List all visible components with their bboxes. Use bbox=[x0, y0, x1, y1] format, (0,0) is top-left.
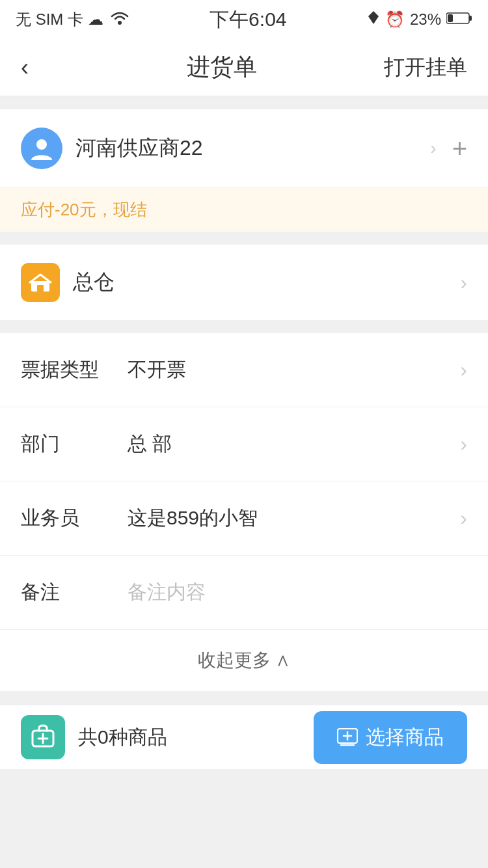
svg-point-0 bbox=[118, 21, 122, 25]
battery-icon bbox=[446, 10, 472, 29]
svg-point-4 bbox=[36, 139, 47, 150]
collapse-label: 收起更多 ∧ bbox=[198, 650, 291, 670]
svg-rect-3 bbox=[448, 14, 453, 22]
collapse-button[interactable]: 收起更多 ∧ bbox=[0, 629, 488, 691]
location-icon bbox=[367, 10, 380, 29]
sim-text: 无 SIM 卡 ☁ bbox=[16, 9, 103, 30]
product-count-text: 共0种商品 bbox=[78, 724, 314, 751]
bottom-bar: 共0种商品 选择商品 bbox=[0, 704, 488, 769]
department-value: 总 部 bbox=[112, 431, 460, 457]
alarm-icon: ⏰ bbox=[385, 10, 405, 29]
department-row[interactable]: 部门 总 部 › bbox=[0, 407, 488, 481]
supplier-row[interactable]: 河南供应商22 › + bbox=[0, 109, 488, 188]
notice-text: 应付-20元，现结 bbox=[21, 200, 147, 219]
remark-row[interactable]: 备注 备注内容 bbox=[0, 555, 488, 629]
warehouse-row[interactable]: 总仓 › bbox=[0, 245, 488, 320]
svg-rect-6 bbox=[37, 285, 44, 292]
invoice-type-chevron-icon: › bbox=[460, 358, 467, 382]
add-supplier-button[interactable]: + bbox=[452, 135, 467, 161]
wifi-icon bbox=[110, 10, 129, 29]
supplier-chevron-icon: › bbox=[430, 138, 436, 159]
salesperson-label: 业务员 bbox=[21, 505, 112, 532]
invoice-type-value: 不开票 bbox=[112, 357, 460, 383]
select-product-button[interactable]: 选择商品 bbox=[314, 711, 467, 764]
department-chevron-icon: › bbox=[460, 432, 467, 456]
status-right: ⏰ 23% bbox=[367, 10, 472, 29]
salesperson-row[interactable]: 业务员 这是859的小智 › bbox=[0, 481, 488, 555]
status-time: 下午6:04 bbox=[210, 7, 286, 33]
warehouse-name: 总仓 bbox=[73, 268, 460, 297]
warehouse-icon bbox=[21, 263, 60, 302]
warehouse-chevron-icon: › bbox=[460, 271, 467, 295]
remark-label: 备注 bbox=[21, 579, 112, 606]
warehouse-section: 总仓 › bbox=[0, 245, 488, 320]
page-title: 进货单 bbox=[187, 51, 257, 83]
open-pending-button[interactable]: 打开挂单 bbox=[384, 53, 467, 82]
select-product-label: 选择商品 bbox=[366, 724, 444, 751]
supplier-section: 河南供应商22 › + 应付-20元，现结 bbox=[0, 109, 488, 232]
invoice-type-row[interactable]: 票据类型 不开票 › bbox=[0, 333, 488, 407]
salesperson-value: 这是859的小智 bbox=[112, 505, 460, 532]
section-gap-2 bbox=[0, 232, 488, 245]
status-bar: 无 SIM 卡 ☁ 下午6:04 ⏰ 23% bbox=[0, 0, 488, 39]
invoice-type-label: 票据类型 bbox=[21, 357, 112, 383]
notice-bar: 应付-20元，现结 bbox=[0, 188, 488, 232]
background-area bbox=[0, 769, 488, 868]
svg-rect-2 bbox=[469, 16, 472, 21]
remark-input[interactable]: 备注内容 bbox=[112, 579, 467, 606]
supplier-name: 河南供应商22 bbox=[75, 134, 430, 163]
form-section: 票据类型 不开票 › 部门 总 部 › 业务员 这是859的小智 › 备注 备注… bbox=[0, 333, 488, 691]
back-button[interactable]: ‹ bbox=[21, 54, 60, 81]
section-gap-4 bbox=[0, 691, 488, 704]
nav-bar: ‹ 进货单 打开挂单 bbox=[0, 39, 488, 96]
section-gap-3 bbox=[0, 320, 488, 333]
salesperson-chevron-icon: › bbox=[460, 506, 467, 530]
status-left: 无 SIM 卡 ☁ bbox=[16, 9, 129, 30]
department-label: 部门 bbox=[21, 431, 112, 457]
supplier-avatar bbox=[21, 128, 62, 169]
section-gap-1 bbox=[0, 96, 488, 109]
battery-text: 23% bbox=[410, 10, 441, 29]
product-icon bbox=[21, 715, 65, 759]
